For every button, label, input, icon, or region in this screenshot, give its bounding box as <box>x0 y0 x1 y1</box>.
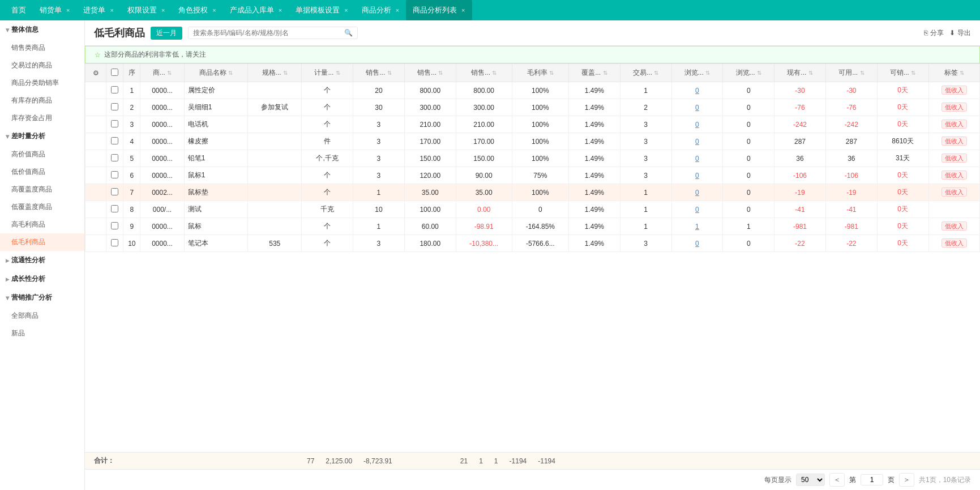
cell-checkbox[interactable] <box>106 184 123 201</box>
cell-checkbox[interactable] <box>106 133 123 150</box>
sidebar-group-diff-analysis[interactable]: ▾ 差时量分析 <box>0 127 84 146</box>
nav-product-analysis-list[interactable]: 商品分析列表 × <box>406 0 472 20</box>
sidebar-item-sales-products[interactable]: 销售类商品 <box>0 39 84 57</box>
prev-page-button[interactable]: ＜ <box>829 473 845 487</box>
th-tag[interactable]: 标签 ⇅ <box>928 64 979 82</box>
nav-product-warehouse[interactable]: 产成品入库单 × <box>223 0 289 20</box>
export-button[interactable]: ⬇ 导出 <box>949 28 971 38</box>
sidebar-group-liquidity[interactable]: ▸ 流通性分析 <box>0 251 84 270</box>
share-button[interactable]: ⎘ 分享 <box>924 28 944 38</box>
sidebar-item-traded-products[interactable]: 交易过的商品 <box>0 57 84 74</box>
th-name[interactable]: 商品名称 ⇅ <box>184 64 248 82</box>
cell-view1[interactable]: 0 <box>671 235 723 252</box>
th-sales2[interactable]: 销售... ⇅ <box>404 64 456 82</box>
th-sales1[interactable]: 销售... ⇅ <box>353 64 405 82</box>
sidebar-group-general[interactable]: ▾ 整体信息 <box>0 20 84 39</box>
th-checkbox[interactable] <box>106 64 123 82</box>
cell-code: 000/... <box>140 201 184 218</box>
cell-view1[interactable]: 0 <box>671 99 723 116</box>
page-number-input[interactable] <box>861 474 883 485</box>
nav-permissions[interactable]: 权限设置 × <box>121 0 172 20</box>
th-txn[interactable]: 交易... ⇅ <box>620 64 671 82</box>
row-checkbox[interactable] <box>111 103 118 110</box>
cell-view1[interactable]: 0 <box>671 150 723 167</box>
cell-checkbox[interactable] <box>106 167 123 184</box>
nav-close-template-settings[interactable]: × <box>344 0 348 20</box>
cell-checkbox[interactable] <box>106 116 123 133</box>
cell-view1[interactable]: 0 <box>671 133 723 150</box>
th-avail[interactable]: 可用... ⇅ <box>825 64 877 82</box>
nav-close-product-analysis-list[interactable]: × <box>461 0 465 20</box>
sidebar-item-high-margin[interactable]: 高毛利商品 <box>0 216 84 233</box>
cell-view1[interactable]: 0 <box>671 116 723 133</box>
select-all-checkbox[interactable] <box>111 69 118 76</box>
th-stock[interactable]: 现有... ⇅ <box>774 64 826 82</box>
sidebar-item-all-products[interactable]: 全部商品 <box>0 307 84 325</box>
nav-close-product-analysis[interactable]: × <box>396 0 399 20</box>
sidebar-item-low-margin[interactable]: 低毛利商品 <box>0 233 84 251</box>
search-icon[interactable]: 🔍 <box>344 29 353 37</box>
sidebar-item-high-value[interactable]: 高价值商品 <box>0 146 84 163</box>
date-filter-button[interactable]: 近一月 <box>151 27 182 40</box>
cell-seq: 5 <box>123 150 140 167</box>
sidebar-item-high-coverage[interactable]: 高覆盖度商品 <box>0 181 84 198</box>
nav-close-permissions[interactable]: × <box>161 0 165 20</box>
row-checkbox[interactable] <box>111 188 118 195</box>
nav-close-purchase-order[interactable]: × <box>110 0 113 20</box>
cell-checkbox[interactable] <box>106 201 123 218</box>
th-sales3[interactable]: 销售... ⇅ <box>456 64 512 82</box>
row-checkbox[interactable] <box>111 154 118 161</box>
th-view1[interactable]: 浏览... ⇅ <box>671 64 723 82</box>
sidebar-group-growth[interactable]: ▸ 成长性分析 <box>0 270 84 288</box>
nav-purchase-order[interactable]: 进货单 × <box>76 0 120 20</box>
sidebar-item-stock-products[interactable]: 有库存的商品 <box>0 92 84 109</box>
row-checkbox[interactable] <box>111 171 118 178</box>
cell-txn: 3 <box>620 167 671 184</box>
cell-checkbox[interactable] <box>106 99 123 116</box>
cell-checkbox[interactable] <box>106 235 123 252</box>
nav-close-role-auth[interactable]: × <box>212 0 216 20</box>
cell-view1[interactable]: 0 <box>671 201 723 218</box>
search-input[interactable] <box>193 29 342 37</box>
sidebar-item-category-sales[interactable]: 商品分类助销率 <box>0 74 84 92</box>
th-sellable[interactable]: 可销... ⇅ <box>877 64 928 82</box>
sidebar-item-low-coverage[interactable]: 低覆盖度商品 <box>0 198 84 216</box>
cell-checkbox[interactable] <box>106 150 123 167</box>
cell-view1[interactable]: 1 <box>671 218 723 235</box>
nav-template-settings[interactable]: 单据模板设置 × <box>289 0 354 20</box>
page-size-select[interactable]: 50 20 100 <box>796 474 825 486</box>
row-checkbox[interactable] <box>111 239 118 246</box>
cell-margin: 100% <box>512 150 568 167</box>
row-checkbox[interactable] <box>111 222 118 229</box>
cell-margin: 75% <box>512 167 568 184</box>
nav-sales-order[interactable]: 销货单 × <box>33 0 76 20</box>
cell-view1[interactable]: 0 <box>671 184 723 201</box>
th-coverage[interactable]: 覆盖... ⇅ <box>568 64 620 82</box>
th-unit[interactable]: 计量... ⇅ <box>302 64 353 82</box>
cell-view1[interactable]: 0 <box>671 167 723 184</box>
row-checkbox[interactable] <box>111 205 118 212</box>
th-code[interactable]: 商... ⇅ <box>140 64 184 82</box>
sidebar-item-low-value[interactable]: 低价值商品 <box>0 163 84 181</box>
th-margin[interactable]: 毛利率 ⇅ <box>512 64 568 82</box>
sidebar-group-marketing[interactable]: ▾ 营销推广分析 <box>0 288 84 307</box>
row-checkbox[interactable] <box>111 120 118 127</box>
data-table: ⚙ 序 商... ⇅ 商品名称 ⇅ 规格... ⇅ 计量... ⇅ 销售... … <box>85 63 980 252</box>
nav-home[interactable]: 首页 <box>5 0 33 20</box>
nav-close-product-warehouse[interactable]: × <box>279 0 282 20</box>
th-settings[interactable]: ⚙ <box>85 64 106 82</box>
cell-checkbox[interactable] <box>106 82 123 99</box>
tag-badge: 低收入 <box>942 171 967 180</box>
sidebar-item-new-products[interactable]: 新品 <box>0 325 84 342</box>
nav-product-analysis[interactable]: 商品分析 × <box>355 0 406 20</box>
row-checkbox[interactable] <box>111 137 118 144</box>
row-checkbox[interactable] <box>111 86 118 93</box>
nav-role-auth[interactable]: 角色授权 × <box>172 0 222 20</box>
th-spec[interactable]: 规格... ⇅ <box>248 64 302 82</box>
sidebar-item-capital-usage[interactable]: 库存资金占用 <box>0 109 84 127</box>
cell-checkbox[interactable] <box>106 218 123 235</box>
next-page-button[interactable]: ＞ <box>899 473 914 487</box>
th-view2[interactable]: 浏览... ⇅ <box>723 64 774 82</box>
nav-close-sales-order[interactable]: × <box>66 0 70 20</box>
cell-view1[interactable]: 0 <box>671 82 723 99</box>
